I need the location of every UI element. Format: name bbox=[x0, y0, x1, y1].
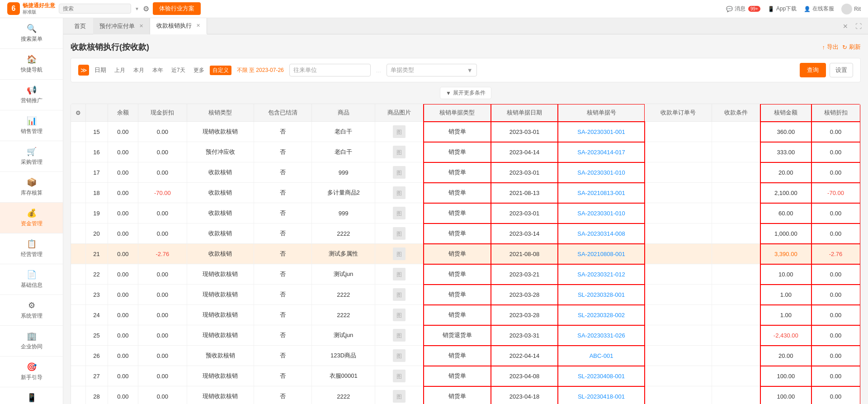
top-bar-right: 💬 消息 99+ 📱 App下载 👤 在线客服 Rit bbox=[726, 4, 861, 14]
top-bar-left: 6 畅捷通好生意 标准版 ▼ ⚙ 体验行业方案 bbox=[7, 2, 201, 15]
col-receipt-order-no-cell bbox=[645, 264, 712, 285]
col-cash-discount-header: 现金折扣 bbox=[138, 104, 187, 122]
filter-last7-btn[interactable]: 近7天 bbox=[169, 66, 188, 75]
user-name: Rit bbox=[854, 6, 861, 12]
col-receipt-order-no-cell bbox=[645, 244, 712, 264]
col-rownum-cell: 25 bbox=[85, 325, 108, 346]
filter-type-select[interactable]: 单据类型 ▼ bbox=[387, 64, 477, 76]
col-verify-bill-date-cell: 2022-04-14 bbox=[491, 346, 558, 366]
filter-settings-button[interactable]: 设置 bbox=[830, 63, 853, 77]
sidebar-item-nav[interactable]: 🏠 快捷导航 bbox=[0, 49, 63, 80]
col-cash-discount-cell: 0.00 bbox=[138, 223, 187, 244]
online-service-item[interactable]: 👤 在线客服 bbox=[804, 5, 834, 13]
bill-no-link[interactable]: SA-20230301-001 bbox=[577, 128, 625, 135]
tab-home[interactable]: 首页 bbox=[67, 18, 93, 34]
filter-last-month-btn[interactable]: 上月 bbox=[112, 66, 128, 75]
tab-prepay[interactable]: 预付冲应付单 ✕ bbox=[93, 18, 150, 34]
logo-icon: 6 bbox=[7, 2, 20, 15]
refresh-button[interactable]: ↻ 刷新 bbox=[842, 43, 861, 51]
col-goods-cell: 2222 bbox=[312, 223, 375, 244]
col-settings-cell bbox=[71, 142, 85, 162]
col-rownum-cell: 26 bbox=[85, 346, 108, 366]
col-verify-bill-no-cell: SL-20230418-001 bbox=[558, 386, 645, 404]
col-include-settled-cell: 否 bbox=[254, 285, 312, 305]
sidebar-item-base-info[interactable]: 📄 基础信息 bbox=[0, 264, 63, 295]
col-verify-bill-type-cell: 销货单 bbox=[424, 285, 491, 305]
col-settings-cell bbox=[71, 122, 85, 142]
bill-no-link[interactable]: SA-20230414-017 bbox=[577, 149, 625, 156]
filter-this-year-btn[interactable]: 本年 bbox=[150, 66, 166, 75]
sidebar-item-search[interactable]: 🔍 搜索菜单 bbox=[0, 18, 63, 49]
bill-no-link[interactable]: SA-20210808-001 bbox=[577, 251, 625, 257]
online-service-label: 在线客服 bbox=[812, 5, 834, 13]
bill-no-link[interactable]: SA-20230301-010 bbox=[577, 169, 625, 176]
col-verify-type-cell: 现销收款核销 bbox=[187, 325, 254, 346]
col-verify-discount-header: 核销折扣 bbox=[811, 104, 860, 122]
tab-prepay-close[interactable]: ✕ bbox=[139, 23, 143, 29]
sidebar-item-system[interactable]: ⚙ 系统管理 bbox=[0, 295, 63, 326]
filter-unit-input[interactable]: 往来单位 bbox=[289, 64, 371, 76]
filter-custom-btn[interactable]: 自定义 bbox=[210, 66, 231, 75]
sidebar-item-inventory[interactable]: 📦 库存核算 bbox=[0, 172, 63, 203]
col-settings-header[interactable]: ⚙ bbox=[71, 104, 85, 122]
col-balance-cell: 0.00 bbox=[108, 285, 138, 305]
col-rownum-cell: 17 bbox=[85, 162, 108, 183]
app-download-item[interactable]: 📱 App下载 bbox=[768, 5, 797, 13]
col-include-settled-cell: 否 bbox=[254, 325, 312, 346]
tab-close-all-btn[interactable]: ✕ bbox=[840, 22, 851, 31]
bill-no-link[interactable]: SA-20230301-010 bbox=[577, 210, 625, 217]
export-button[interactable]: ↑ 导出 bbox=[822, 43, 839, 51]
tab-current-close[interactable]: ✕ bbox=[196, 23, 200, 29]
bill-no-link[interactable]: SA-20230331-026 bbox=[577, 332, 625, 339]
sidebar-item-management[interactable]: 📋 经营管理 bbox=[0, 233, 63, 264]
col-receipt-order-no-cell bbox=[645, 203, 712, 223]
sidebar-item-guide[interactable]: 🎯 新手引导 bbox=[0, 356, 63, 387]
bill-no-link[interactable]: SA-20230321-012 bbox=[577, 271, 625, 278]
col-balance-cell: 0.00 bbox=[108, 162, 138, 183]
svg-text:图: 图 bbox=[396, 231, 402, 237]
user-item[interactable]: Rit bbox=[841, 4, 861, 14]
filter-this-month-btn[interactable]: 本月 bbox=[131, 66, 147, 75]
col-settings-cell bbox=[71, 244, 85, 264]
bill-no-link[interactable]: SA-20210813-001 bbox=[577, 190, 625, 196]
col-receipt-condition-cell bbox=[712, 122, 760, 142]
col-verify-bill-date-cell: 2023-03-28 bbox=[491, 285, 558, 305]
col-receipt-condition-cell bbox=[712, 264, 760, 285]
sidebar-item-sales[interactable]: 📊 销售管理 bbox=[0, 110, 63, 141]
trial-button[interactable]: 体验行业方案 bbox=[153, 2, 201, 15]
col-goods-header: 商品 bbox=[312, 104, 375, 122]
expand-more-button[interactable]: ▼ 展开更多条件 bbox=[440, 87, 491, 99]
col-rownum-cell: 22 bbox=[85, 264, 108, 285]
bill-no-link[interactable]: SL-20230408-001 bbox=[578, 373, 625, 380]
inventory-icon: 📦 bbox=[27, 177, 37, 187]
logo-text-group: 畅捷通好生意 标准版 bbox=[23, 2, 55, 15]
filter-query-button[interactable]: 查询 bbox=[800, 63, 826, 77]
bill-no-link[interactable]: SL-20230328-002 bbox=[578, 312, 625, 318]
export-icon: ↑ bbox=[822, 44, 826, 51]
bill-no-link[interactable]: SA-20230314-008 bbox=[577, 230, 625, 237]
bill-no-link[interactable]: ABC-001 bbox=[590, 352, 613, 359]
table-row: 16 0.00 0.00 预付冲应收 否 老白干 图 销货单 2023-04-1… bbox=[71, 142, 860, 162]
messages-item[interactable]: 💬 消息 99+ bbox=[726, 5, 760, 13]
tab-current[interactable]: 收款核销执行 ✕ bbox=[150, 18, 207, 34]
sidebar-item-purchase[interactable]: 🛒 采购管理 bbox=[0, 141, 63, 172]
filter-expand-button[interactable]: ≫ bbox=[78, 65, 89, 76]
sidebar-item-finance[interactable]: 💰 资金管理 bbox=[0, 203, 63, 233]
search-input[interactable] bbox=[59, 4, 131, 14]
sidebar-item-label: 营销推广 bbox=[21, 97, 42, 105]
tab-restore-btn[interactable]: ⛶ bbox=[853, 22, 864, 31]
col-verify-bill-no-cell: SA-20230321-012 bbox=[558, 264, 645, 285]
filter-more-btn[interactable]: 更多 bbox=[191, 66, 207, 75]
col-verify-bill-date-cell: 2023-03-01 bbox=[491, 203, 558, 223]
bill-no-link[interactable]: SL-20230328-001 bbox=[578, 291, 625, 298]
col-verify-discount-cell: 0.00 bbox=[811, 264, 860, 285]
sidebar-item-enterprise[interactable]: 🏢 企业协同 bbox=[0, 326, 63, 356]
bill-no-link[interactable]: SL-20230418-001 bbox=[578, 393, 625, 400]
search-dropdown-arrow[interactable]: ▼ bbox=[135, 6, 139, 11]
settings-icon[interactable]: ⚙ bbox=[143, 5, 149, 13]
search-icon: 🔍 bbox=[27, 24, 37, 33]
filter-bar: ≫ 日期 上月 本月 本年 近7天 更多 自定义 不限 至 2023-07-26… bbox=[71, 58, 861, 82]
sidebar-item-hardware[interactable]: 📱 智能硬件 bbox=[0, 387, 63, 404]
col-goods-image-cell: 图 bbox=[375, 244, 424, 264]
sidebar-item-marketing[interactable]: 📢 营销推广 bbox=[0, 80, 63, 110]
